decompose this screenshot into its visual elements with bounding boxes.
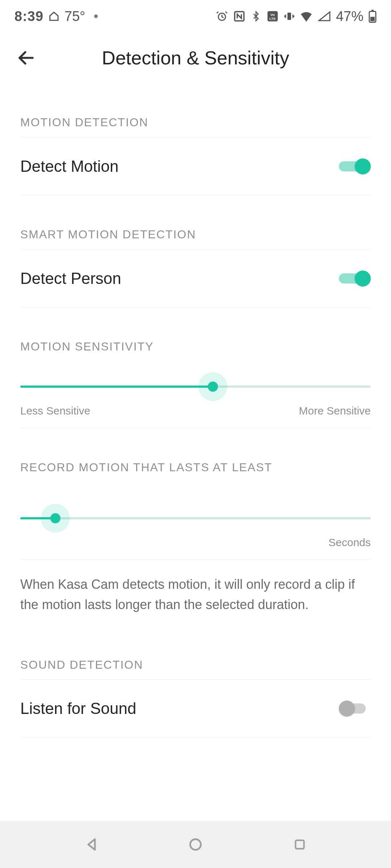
svg-text:LTE: LTE <box>269 17 276 21</box>
toggle-listen-sound[interactable] <box>339 701 371 716</box>
wifi-icon <box>300 11 313 22</box>
toggle-thumb <box>355 271 371 286</box>
volte-icon: VoLTE <box>266 10 279 22</box>
toggle-thumb <box>355 158 371 174</box>
signal-icon <box>318 11 331 22</box>
row-listen-sound[interactable]: Listen for Sound <box>20 680 371 738</box>
section-motion-detection: MOTION DETECTION Detect Motion <box>20 116 371 195</box>
header: Detection & Sensitivity <box>0 33 391 83</box>
notification-dot-icon <box>94 14 98 18</box>
svg-rect-7 <box>371 10 374 12</box>
toggle-thumb <box>339 701 355 716</box>
slider-labels-sensitivity: Less Sensitive More Sensitive <box>20 405 371 417</box>
section-motion-sensitivity: MOTION SENSITIVITY Less Sensitive More S… <box>20 340 371 428</box>
nfc-icon <box>233 10 245 22</box>
home-icon <box>49 11 59 22</box>
status-right: VoLTE 47% <box>216 9 377 24</box>
nav-recent-button[interactable] <box>287 832 312 857</box>
nav-back-button[interactable] <box>79 832 104 857</box>
slider-thumb[interactable] <box>50 513 60 523</box>
alarm-icon <box>216 10 228 22</box>
label-detect-motion: Detect Motion <box>20 157 339 175</box>
row-detect-motion[interactable]: Detect Motion <box>20 137 371 195</box>
slider-track <box>20 517 371 519</box>
system-nav-bar <box>0 821 391 868</box>
slider-labels-duration: Seconds <box>20 536 371 549</box>
content: MOTION DETECTION Detect Motion SMART MOT… <box>0 116 391 738</box>
svg-rect-5 <box>287 13 291 20</box>
back-button[interactable] <box>14 46 38 69</box>
svg-text:Vo: Vo <box>270 13 275 17</box>
slider-motion-sensitivity[interactable] <box>20 376 371 397</box>
slider-max-label: More Sensitive <box>299 405 371 417</box>
slider-thumb[interactable] <box>208 382 218 392</box>
section-sound-detection: SOUND DETECTION Listen for Sound <box>20 658 371 738</box>
section-header-record-duration: RECORD MOTION THAT LASTS AT LEAST <box>20 461 371 482</box>
nav-home-button[interactable] <box>183 832 208 857</box>
row-detect-person[interactable]: Detect Person <box>20 250 371 307</box>
slider-unit-label: Seconds <box>328 536 371 549</box>
arrow-left-icon <box>16 48 36 68</box>
section-header-smart-motion: SMART MOTION DETECTION <box>20 228 371 250</box>
label-detect-person: Detect Person <box>20 269 339 288</box>
slider-record-duration[interactable] <box>20 507 371 529</box>
section-header-motion-detection: MOTION DETECTION <box>20 116 371 137</box>
battery-percent: 47% <box>336 9 363 24</box>
square-recent-icon <box>293 837 307 852</box>
slider-block-duration: Seconds <box>20 482 371 560</box>
svg-rect-10 <box>295 840 304 848</box>
section-record-duration: RECORD MOTION THAT LASTS AT LEAST Second… <box>20 461 371 626</box>
section-header-sound-detection: SOUND DETECTION <box>20 658 371 680</box>
slider-block-sensitivity: Less Sensitive More Sensitive <box>20 361 371 428</box>
vibrate-icon <box>284 10 295 22</box>
slider-fill <box>20 386 213 388</box>
svg-point-9 <box>190 839 201 850</box>
status-left: 8:39 75° <box>14 9 98 24</box>
status-time: 8:39 <box>14 9 43 24</box>
section-smart-motion: SMART MOTION DETECTION Detect Person <box>20 228 371 307</box>
page-title: Detection & Sensitivity <box>38 47 353 69</box>
toggle-detect-motion[interactable] <box>339 158 371 174</box>
toggle-detect-person[interactable] <box>339 271 371 286</box>
help-text-record-duration: When Kasa Cam detects motion, it will on… <box>20 560 371 626</box>
slider-min-label: Less Sensitive <box>20 405 90 417</box>
svg-rect-8 <box>370 17 375 21</box>
section-header-motion-sensitivity: MOTION SENSITIVITY <box>20 340 371 361</box>
status-temp: 75° <box>64 9 85 24</box>
status-bar: 8:39 75° VoLTE 47% <box>0 0 391 33</box>
label-listen-sound: Listen for Sound <box>20 699 339 718</box>
bluetooth-icon <box>251 10 261 22</box>
circle-home-icon <box>188 837 203 852</box>
triangle-back-icon <box>84 837 100 852</box>
battery-icon <box>369 10 377 23</box>
